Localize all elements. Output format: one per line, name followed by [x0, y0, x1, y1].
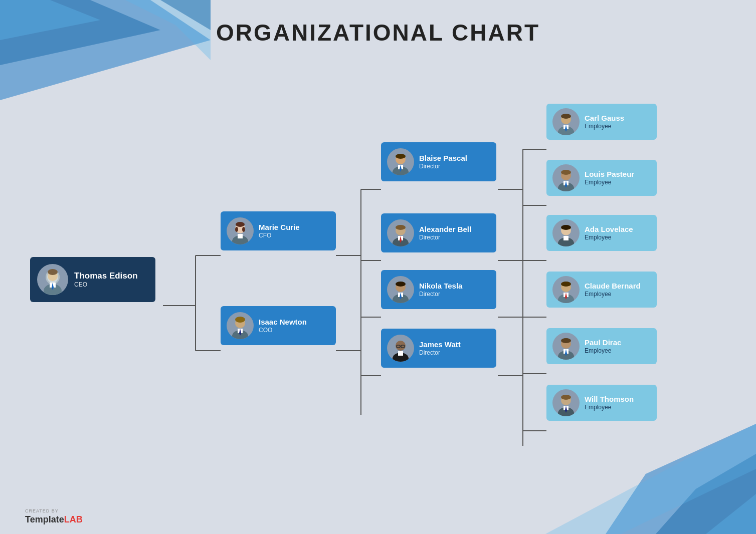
- director-bell-name: Alexander Bell: [419, 225, 471, 234]
- svg-point-76: [561, 170, 571, 175]
- director-bell-role: Director: [419, 234, 471, 241]
- employee-lovelace-role: Employee: [585, 234, 633, 241]
- employee-lovelace-node: Ada Lovelace Employee: [546, 215, 657, 251]
- director-pascal-node: Blaise Pascal Director: [381, 142, 496, 181]
- ceo-role: CEO: [74, 281, 138, 288]
- employee-thomson-name: Will Thomson: [585, 395, 634, 404]
- svg-point-34: [48, 269, 58, 275]
- svg-point-81: [561, 225, 571, 230]
- svg-point-85: [561, 282, 571, 287]
- director-bell-avatar: [387, 219, 414, 246]
- employee-gauss-name: Carl Gauss: [585, 114, 624, 123]
- director-tesla-name: Nikola Tesla: [419, 282, 462, 291]
- svg-point-90: [561, 338, 571, 343]
- employee-bernard-name: Claude Bernard: [585, 282, 641, 291]
- employee-dirac-name: Paul Dirac: [585, 338, 621, 347]
- director-watt-name: James Watt: [419, 340, 461, 349]
- employee-gauss-avatar: [552, 108, 580, 135]
- employee-pasteur-node: Louis Pasteur Employee: [546, 160, 657, 196]
- ceo-name: Thomas Edison: [74, 271, 138, 281]
- employee-lovelace-avatar: [552, 219, 580, 246]
- svg-point-42: [235, 227, 238, 232]
- employee-bernard-role: Employee: [585, 291, 641, 298]
- employee-lovelace-name: Ada Lovelace: [585, 225, 633, 234]
- svg-point-71: [561, 114, 571, 119]
- ceo-avatar: [37, 264, 68, 295]
- employee-thomson-avatar: [552, 389, 580, 416]
- employee-bernard-node: Claude Bernard Employee: [546, 272, 657, 308]
- svg-point-45: [235, 317, 245, 323]
- cfo-role: CFO: [259, 232, 300, 239]
- director-pascal-avatar: [387, 148, 414, 175]
- template-label: Template: [25, 514, 64, 524]
- coo-node: Isaac Newton COO: [221, 306, 336, 345]
- employee-pasteur-avatar: [552, 164, 580, 191]
- coo-name: Isaac Newton: [259, 318, 307, 327]
- svg-point-95: [561, 395, 571, 400]
- svg-rect-83: [563, 236, 569, 240]
- created-by-label: CREATED BY: [25, 508, 83, 513]
- employee-gauss-role: Employee: [585, 123, 624, 130]
- ceo-node: Thomas Edison CEO: [30, 257, 155, 302]
- employee-dirac-avatar: [552, 333, 580, 360]
- director-watt-avatar: [387, 335, 414, 362]
- director-pascal-role: Director: [419, 163, 467, 170]
- lab-label: LAB: [64, 514, 83, 524]
- employee-bernard-avatar: [552, 276, 580, 303]
- svg-point-50: [396, 154, 406, 159]
- employee-thomson-role: Employee: [585, 404, 634, 411]
- director-tesla-avatar: [387, 276, 414, 303]
- svg-point-60: [396, 282, 406, 287]
- employee-gauss-node: Carl Gauss Employee: [546, 104, 657, 140]
- cfo-avatar: [227, 217, 254, 244]
- director-pascal-name: Blaise Pascal: [419, 154, 467, 163]
- director-bell-node: Alexander Bell Director: [381, 213, 496, 252]
- svg-point-55: [396, 225, 406, 230]
- director-watt-role: Director: [419, 349, 461, 356]
- page-title: ORGANIZATIONAL CHART: [0, 19, 756, 46]
- director-tesla-node: Nikola Tesla Director: [381, 270, 496, 309]
- employee-dirac-role: Employee: [585, 347, 621, 354]
- coo-role: COO: [259, 327, 307, 334]
- director-tesla-role: Director: [419, 291, 462, 298]
- employee-thomson-node: Will Thomson Employee: [546, 385, 657, 421]
- employee-pasteur-role: Employee: [585, 179, 634, 186]
- director-watt-node: James Watt Director: [381, 329, 496, 368]
- svg-point-43: [242, 227, 245, 232]
- footer: CREATED BY TemplateLAB: [25, 508, 83, 525]
- svg-point-39: [236, 222, 245, 227]
- employee-pasteur-name: Louis Pasteur: [585, 170, 634, 179]
- cfo-name: Marie Curie: [259, 223, 300, 232]
- employee-dirac-node: Paul Dirac Employee: [546, 328, 657, 364]
- cfo-node: Marie Curie CFO: [221, 211, 336, 250]
- svg-marker-7: [706, 494, 756, 534]
- coo-avatar: [227, 312, 254, 339]
- svg-rect-69: [398, 351, 403, 356]
- svg-rect-41: [238, 234, 243, 238]
